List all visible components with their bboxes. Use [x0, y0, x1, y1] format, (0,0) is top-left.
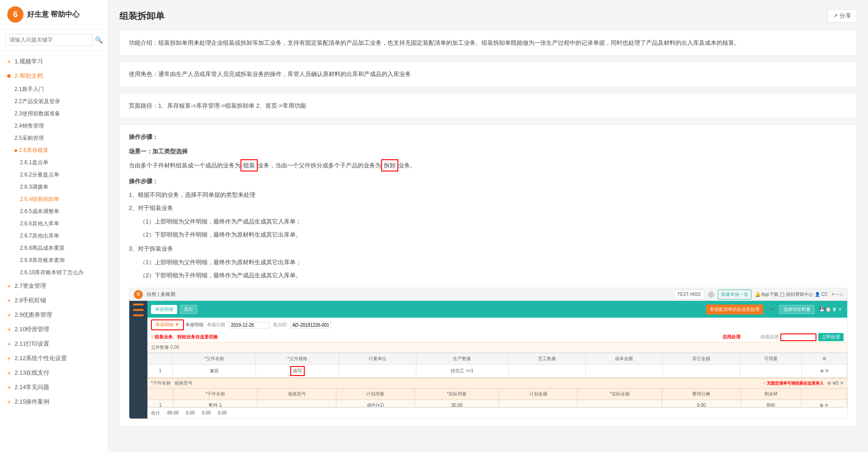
ops-title: 操作步骤：	[129, 132, 848, 142]
step2-1: （1）上部明细为父件明细，最终作为产成品生成其它入库单；	[129, 216, 848, 227]
search-input[interactable]	[5, 34, 93, 46]
step3-1: （1）上部明细为父件明细，最终作为原材料生成其它出库单；	[129, 257, 848, 267]
mock-upper-label: 父件数量 0.00	[147, 342, 847, 352]
mock-select-btn[interactable]: 选择对应料量	[779, 305, 815, 314]
nav-item-2-6-6[interactable]: 2.6.6其他入库单	[0, 218, 108, 230]
nav-item-2-6-1[interactable]: 2.6.1盘点单	[0, 157, 108, 169]
search-button[interactable]: 🔍	[95, 36, 103, 43]
nav-item-2-5[interactable]: 2.5采购管理	[0, 132, 108, 144]
intro-text: 功能介绍：组装拆卸单用来处理企业组装或拆卸等加工业务，支持有固定装配清单的产品加…	[129, 38, 848, 48]
scene1-desc: 当由多个子件材料组装成一个成品的业务为组装业务，当由一个父件拆分成多个子产品的业…	[129, 159, 848, 171]
role-card: 使用角色：通常由生产人员或库管人员完成拆装业务的操作，库管人员确认原材料的出库和…	[119, 61, 857, 87]
mock-type-label-2: 单据明细	[185, 321, 203, 329]
screenshot-container: 6 自然 | 多账期 TEST-H002 新建单据一览 🔔 App下载 📋 组织…	[129, 288, 848, 419]
nav-area: + 1.视频学习 2.帮助文档 2.1新手入门 2.2产品安装及登录 2.3使用…	[0, 51, 108, 452]
nav-section-1-label: 1.视频学习	[14, 57, 43, 66]
nav-item-2-6-8[interactable]: 2.6.8商品成本重算	[0, 242, 108, 254]
nav-item-2-5-label: 2.5采购管理	[14, 134, 44, 142]
nav-item-2-1[interactable]: 2.1新手入门	[0, 83, 108, 95]
mock-annotation-4: 启用处理	[722, 333, 741, 341]
nav-section-2-9[interactable]: + 2.9优惠券管理	[0, 308, 108, 322]
nav-item-2-2[interactable]: 2.2产品安装及登录	[0, 95, 108, 108]
mock-footer: 合计 89.00 0.00 0.00 0.00	[147, 407, 847, 419]
mock-confirm-btn[interactable]: 立即处理	[818, 333, 844, 341]
nav-section-2-12[interactable]: + 2.12系统个性化设置	[0, 351, 108, 366]
mock-upper-table: *父件名称 *父件规格 计量单位 生产数量 完工数量 成本金额 其它金额 可用量	[147, 353, 847, 378]
share-label: 分享	[840, 12, 851, 20]
mock-sub-label-1: *子件名称	[151, 379, 171, 387]
expand-icon-1: +	[7, 58, 11, 65]
page-title: 组装拆卸单	[119, 10, 165, 22]
mock-new-doc[interactable]: 新建单据一览	[718, 290, 751, 300]
nav-item-2-4[interactable]: 2.4销售管理	[0, 120, 108, 132]
nav-item-2-1-label: 2.1新手入门	[14, 86, 44, 93]
nav-item-2-6-4[interactable]: 2.6.4组装拆卸单	[0, 193, 108, 205]
nav-section-2-10[interactable]: + 2.10经营管理	[0, 322, 108, 337]
sidebar: 6 好生意 帮助中心 🔍 + 1.视频学习 2.帮助文档 2.1新手入门 2.2…	[0, 0, 108, 452]
nav-section-2-11[interactable]: + 2.11打印设置	[0, 337, 108, 351]
mock-app-id: TEST-H002	[674, 290, 704, 300]
step3: 3、对于拆装业务	[129, 243, 848, 254]
nav-item-2-4-label: 2.4销售管理	[14, 122, 44, 130]
mock-btn-icons: 💾 📋 🗑 ✕	[819, 305, 842, 314]
path-card: 页面路径：1、库存核算->库存管理->组装拆卸单 2、首页->常用功能	[119, 93, 857, 119]
step3-2: （2）下部明细为子件明细，最终作为产成品生成其它入库单。	[129, 270, 848, 281]
mock-annotation-3: ↑ 组装业务、拆卸业务在这里切换	[151, 333, 218, 341]
mock-lower-table: *子件名称 规格型号 计划用量 *实际用量 计划金额 *实际金额 费用分摊 剩余…	[147, 388, 847, 407]
mock-sub-actions: ⊕ ⊕S ✕	[827, 379, 844, 387]
mock-logo: 6	[134, 290, 143, 299]
nav-item-2-6[interactable]: 2.6库存核算	[0, 144, 108, 157]
mock-form-row: 单据明细 ▼ 单据明细 单据日期 批次ID	[147, 318, 847, 332]
mock-icon-1	[708, 291, 714, 298]
nav-item-2-6-2[interactable]: 2.6.2分量盘点单	[0, 169, 108, 181]
nav-section-2-8[interactable]: + 2.8手机旺铺	[0, 293, 108, 308]
logo-icon: 6	[7, 6, 24, 23]
nav-item-2-6-label: 2.6库存核算	[19, 147, 48, 154]
mock-no-input[interactable]	[290, 322, 331, 328]
main-content: 组装拆卸单 ↗ 分享 功能介绍：组装拆卸单用来处理企业组装或拆卸等加工业务，支持…	[108, 0, 868, 452]
nav-section-2-15[interactable]: + 2.15操作案例	[0, 395, 108, 409]
step2-2: （2）下部明细为子件明细，最终作为原材料生成其它出库单。	[129, 229, 848, 240]
role-text: 使用角色：通常由生产人员或库管人员完成拆装业务的操作，库管人员确认原材料的出库和…	[129, 69, 848, 79]
ops-card: 操作步骤： 场景一：加工类型选择 当由多个子件材料组装成一个成品的业务为组装业务…	[119, 124, 857, 427]
nav-section-2-13[interactable]: + 2.13在线支付	[0, 366, 108, 380]
nav-item-2-6-5[interactable]: 2.6.5成本调整单	[0, 205, 108, 218]
mock-tab-2[interactable]: 其它	[180, 305, 197, 314]
nav-item-2-6-7[interactable]: 2.6.7其他出库单	[0, 230, 108, 242]
app-title: 好生意 帮助中心	[27, 10, 80, 19]
active-dot-2	[7, 74, 11, 78]
mock-type-select[interactable]: 单据明细 ▼	[151, 319, 184, 330]
mock-component-input[interactable]: 填写	[290, 366, 305, 376]
mock-date-input[interactable]	[229, 322, 269, 328]
mock-sub-label-2: 规格型号	[175, 379, 193, 387]
mock-app-name: 自然 | 多账期	[146, 290, 670, 299]
mock-tab-1[interactable]: 单据明细	[151, 305, 177, 314]
active-dot-2-6	[14, 149, 17, 152]
nav-section-1[interactable]: + 1.视频学习	[0, 54, 108, 69]
mock-sidebar-icon-1	[133, 304, 144, 305]
nav-item-2-6-3[interactable]: 2.6.3调拨单	[0, 181, 108, 193]
mock-btn-zuzhuang[interactable]: 有装配清单的在这里处理	[706, 305, 763, 314]
nav-item-2-3[interactable]: 2.3使用前数据准备	[0, 108, 108, 120]
mock-search-input[interactable]	[780, 333, 816, 341]
mock-icons-right: 🔔 App下载 📋 组织帮助中心 👤 CC × ─ □	[755, 290, 843, 299]
mock-sidebar-icon-2	[133, 309, 144, 311]
share-button[interactable]: ↗ 分享	[827, 9, 857, 23]
nav-item-2-6-10[interactable]: 2.6.10库存账本错了怎么办	[0, 266, 108, 279]
step1: 1、根据不同的业务，选择不同单据的类型来处理	[129, 190, 848, 200]
nav-section-2-14[interactable]: + 2.14常见问题	[0, 380, 108, 395]
nav-section-2[interactable]: 2.帮助文档	[0, 69, 108, 83]
path-text: 页面路径：1、库存核算->库存管理->组装拆卸单 2、首页->常用功能	[129, 100, 848, 111]
nav-item-2-6-9[interactable]: 2.6.9库存账本查询	[0, 254, 108, 266]
ops-steps-title: 操作步骤：	[129, 176, 848, 186]
step2: 2、对于组装业务	[129, 203, 848, 213]
share-icon: ↗	[833, 13, 838, 19]
search-area: 🔍	[0, 29, 108, 51]
mock-sidebar-icon-3	[133, 314, 144, 316]
nav-item-2-2-label: 2.2产品安装及登录	[14, 98, 60, 105]
page-header: 组装拆卸单 ↗ 分享	[119, 9, 857, 23]
nav-section-2-7[interactable]: + 2.7资金管理	[0, 279, 108, 293]
intro-card: 功能介绍：组装拆卸单用来处理企业组装或拆卸等加工业务，支持有固定装配清单的产品加…	[119, 30, 857, 56]
nav-section-2-label: 2.帮助文档	[14, 72, 43, 80]
scene1-title: 场景一：加工类型选择	[129, 146, 848, 157]
